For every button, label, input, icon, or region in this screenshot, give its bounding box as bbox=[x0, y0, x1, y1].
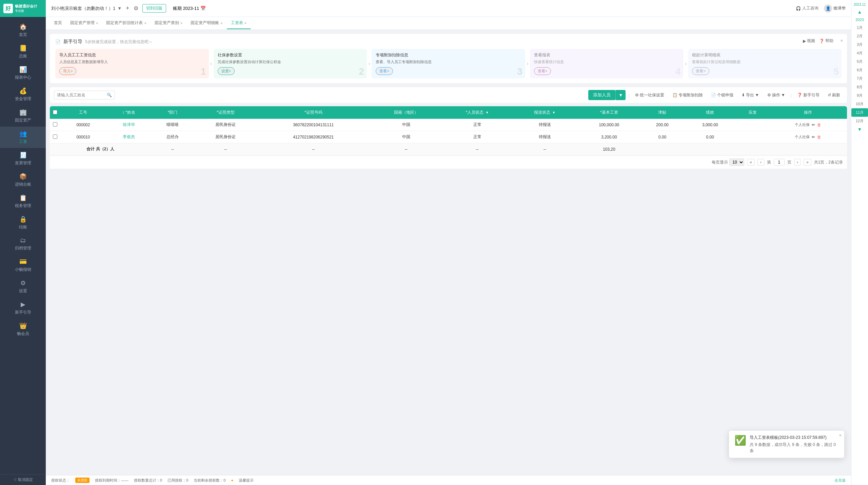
cal-month-1[interactable]: 1月 bbox=[851, 23, 868, 32]
guide-step-1: 导入员工工工资信息 人员信息及工资数据新增导入 导入> 1 bbox=[55, 49, 209, 78]
cal-month-2[interactable]: 2月 bbox=[851, 32, 868, 40]
cal-month-8[interactable]: 8月 bbox=[851, 83, 868, 91]
step4-btn[interactable]: 查看> bbox=[534, 67, 551, 75]
tab-fixed-asset-mgmt[interactable]: 固定资产管理 × bbox=[66, 17, 102, 29]
settings-icon[interactable]: ⚙ bbox=[134, 5, 138, 12]
special-deduction-btn[interactable]: 📋 专项附加扣除 bbox=[670, 91, 706, 99]
tab-depreciation[interactable]: 固定资产折旧统计表 × bbox=[102, 17, 150, 29]
row2-edit-icon[interactable]: ✏ bbox=[812, 135, 815, 139]
guide-btn[interactable]: ❓ 新手引导 bbox=[794, 91, 822, 99]
cal-month-11[interactable]: 11月 bbox=[851, 108, 868, 117]
topup-link[interactable]: 去充值 bbox=[834, 478, 846, 483]
sidebar-item-guide[interactable]: ▶ 新手引导 bbox=[0, 297, 46, 319]
cal-month-5[interactable]: 5月 bbox=[851, 57, 868, 66]
refresh-btn[interactable]: ↺ 刷新 bbox=[825, 91, 843, 99]
tab-asset-category[interactable]: 固定资产类别 × bbox=[151, 17, 186, 29]
tab-asset-detail[interactable]: 固定资产明细账 × bbox=[186, 17, 226, 29]
tax-report-btn[interactable]: 📄 个税申报 bbox=[708, 91, 736, 99]
cal-up-btn[interactable]: ▲ bbox=[856, 8, 864, 16]
tab-asset-detail-close[interactable]: × bbox=[220, 21, 222, 25]
sidebar-item-fixed-assets[interactable]: 🏢 固定资产 bbox=[0, 105, 46, 127]
row2-name-link[interactable]: 李俊杰 bbox=[123, 134, 135, 139]
search-input[interactable] bbox=[57, 93, 105, 97]
guide-video-link[interactable]: ▶ 视频 bbox=[803, 38, 815, 44]
topbar: 刘小艳演示账套（勿删勿动！）1 ▼ + ⚙ 切到旧版 账期 2023-11 📅 … bbox=[46, 0, 851, 17]
switch-version-button[interactable]: 切到旧版 bbox=[142, 4, 166, 13]
status-filter-icon[interactable]: ▼ bbox=[486, 111, 489, 114]
cal-month-4[interactable]: 4月 bbox=[851, 49, 868, 57]
sidebar-item-funds[interactable]: 💰 资金管理 bbox=[0, 84, 46, 105]
step2-btn[interactable]: 设置> bbox=[218, 67, 235, 75]
summary-dash1: -- bbox=[151, 143, 194, 155]
sidebar-item-ledger[interactable]: 📒 总账 bbox=[0, 41, 46, 62]
guide-help-link[interactable]: ❓ 帮助 bbox=[819, 38, 833, 44]
app-version: 专业版 bbox=[15, 9, 37, 13]
tab-fixed-asset-mgmt-close[interactable]: × bbox=[96, 21, 98, 25]
tab-depreciation-close[interactable]: × bbox=[144, 21, 146, 25]
sidebar-item-home[interactable]: 🏠 首页 bbox=[0, 20, 46, 41]
table-row: 000002 徐泽华 嘻嘻嘻 居民身份证 360782200104131111 … bbox=[50, 119, 847, 131]
add-person-dropdown[interactable]: ▼ bbox=[615, 90, 626, 100]
row1-name-link[interactable]: 徐泽华 bbox=[123, 122, 135, 127]
add-person-button[interactable]: 添加人员 bbox=[588, 90, 615, 100]
tab-payroll-close[interactable]: × bbox=[244, 21, 246, 25]
sidebar-item-reports[interactable]: 📊 报表中心 bbox=[0, 62, 46, 84]
cal-month-9[interactable]: 9月 bbox=[851, 91, 868, 100]
prev-page-btn[interactable]: ‹ bbox=[757, 159, 764, 166]
social-insurance-btn[interactable]: ⚙ 统一社保设置 bbox=[632, 91, 667, 99]
toast-close-btn[interactable]: × bbox=[839, 433, 842, 438]
guide-close-btn[interactable]: × bbox=[840, 38, 843, 43]
step1-btn[interactable]: 导入> bbox=[59, 67, 76, 75]
report-filter-icon[interactable]: ▼ bbox=[552, 111, 555, 114]
expense-icon: 💳 bbox=[19, 258, 27, 265]
support-btn[interactable]: 🎧 人工咨询 bbox=[796, 5, 818, 11]
sidebar-item-invoices[interactable]: 🧾 发票管理 bbox=[0, 148, 46, 169]
cal-month-10[interactable]: 10月 bbox=[851, 100, 868, 108]
row2-delete-icon[interactable]: 🗑 bbox=[817, 135, 821, 139]
sidebar-item-tax[interactable]: 📋 税务管理 bbox=[0, 191, 46, 212]
last-page-btn[interactable]: » bbox=[804, 159, 811, 166]
tab-home[interactable]: 首页 bbox=[50, 17, 66, 29]
operations-btn[interactable]: ⚙ 操作 ▼ bbox=[765, 91, 788, 99]
cal-down-btn[interactable]: ▼ bbox=[856, 125, 864, 133]
row2-social-ins-link[interactable]: 个人社保 bbox=[795, 134, 810, 139]
row1-edit-icon[interactable]: ✏ bbox=[812, 123, 815, 127]
select-all-checkbox[interactable] bbox=[53, 110, 57, 114]
per-page-select[interactable]: 10 20 50 bbox=[729, 158, 744, 166]
next-page-btn[interactable]: › bbox=[794, 159, 801, 166]
first-page-btn[interactable]: « bbox=[747, 159, 755, 166]
step5-btn[interactable]: 查看> bbox=[692, 67, 709, 75]
search-icon[interactable]: 🔍 bbox=[107, 93, 112, 97]
cal-month-12[interactable]: 12月 bbox=[851, 117, 868, 125]
row1-checkbox[interactable] bbox=[53, 122, 57, 127]
row2-allowance: 0.00 bbox=[640, 131, 684, 143]
sidebar-item-settings[interactable]: ⚙ 设置 bbox=[0, 276, 46, 297]
period-label: 账期 bbox=[173, 5, 182, 12]
page-number-input[interactable] bbox=[774, 159, 785, 166]
row2-checkbox[interactable] bbox=[53, 134, 57, 139]
sidebar-pin[interactable]: ◁ 取消固定 bbox=[0, 474, 46, 485]
row2-dept: 总经办 bbox=[151, 131, 194, 143]
sidebar-item-expense[interactable]: 💳 小畅报销 bbox=[0, 255, 46, 276]
calendar-icon[interactable]: 📅 bbox=[200, 6, 206, 11]
cal-month-6[interactable]: 6月 bbox=[851, 66, 868, 74]
step3-btn[interactable]: 查看> bbox=[376, 67, 393, 75]
row1-delete-icon[interactable]: 🗑 bbox=[817, 123, 821, 127]
sidebar-item-payroll[interactable]: 👥 工资 bbox=[0, 127, 46, 148]
sidebar-item-sales[interactable]: 📦 进销台账 bbox=[0, 169, 46, 191]
account-dropdown-icon[interactable]: ▼ bbox=[117, 6, 122, 11]
tab-asset-category-close[interactable]: × bbox=[180, 21, 182, 25]
step5-title: 税款计算明细表 bbox=[692, 52, 837, 58]
export-btn[interactable]: ⬇ 导出 ▼ bbox=[739, 91, 762, 99]
warning-label: 温馨提示 bbox=[239, 478, 254, 483]
row1-social-ins-link[interactable]: 个人社保 bbox=[795, 122, 810, 127]
cal-month-7[interactable]: 7月 bbox=[851, 74, 868, 83]
add-account-icon[interactable]: + bbox=[126, 5, 130, 12]
export-dropdown-icon: ▼ bbox=[755, 93, 759, 97]
guide-steps: 导入员工工工资信息 人员信息及工资数据新增导入 导入> 1 › 社保参数设置 完… bbox=[55, 49, 842, 78]
tab-payroll[interactable]: 工资表 × bbox=[227, 17, 251, 29]
sidebar-item-archive[interactable]: 🗂 归档管理 bbox=[0, 234, 46, 255]
sidebar-item-member[interactable]: 👑 畅会员 bbox=[0, 319, 46, 340]
cal-month-3[interactable]: 3月 bbox=[851, 40, 868, 49]
sidebar-item-closing[interactable]: 🔒 结账 bbox=[0, 212, 46, 234]
